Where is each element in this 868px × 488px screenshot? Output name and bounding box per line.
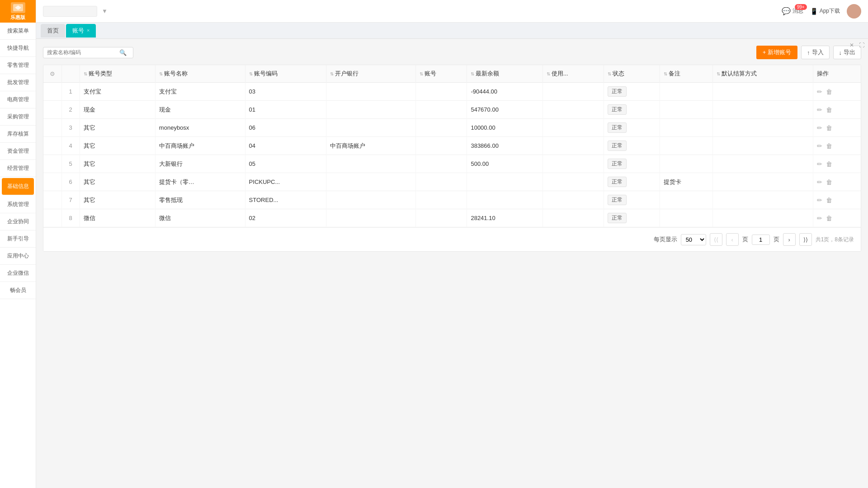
cell-settlement-3: [713, 137, 813, 155]
sidebar-item-app-center[interactable]: 应用中心: [0, 248, 36, 265]
import-button[interactable]: ↑ 导入: [801, 46, 830, 59]
cell-type-7: 微信: [80, 209, 155, 227]
delete-icon-5[interactable]: 🗑: [826, 178, 832, 186]
sort-arrows-remark: ⇅: [664, 71, 667, 76]
page-input[interactable]: [752, 235, 770, 245]
sidebar-item-wholesale-mgmt[interactable]: 批发管理: [0, 74, 36, 91]
sidebar-item-enterprise-wechat[interactable]: 企业微信: [0, 265, 36, 282]
col-header-name[interactable]: ⇅账号名称: [155, 65, 245, 83]
sidebar-item-member[interactable]: 畅会员: [0, 282, 36, 299]
action-icons-0: ✏ 🗑: [817, 88, 857, 95]
search-input[interactable]: [47, 49, 119, 56]
sidebar-item-basic-info[interactable]: 基础信息: [2, 178, 34, 195]
col-header-usage[interactable]: ⇅使用...: [542, 65, 604, 83]
message-badge: 99+: [795, 4, 807, 10]
cell-action-6: ✏ 🗑: [813, 191, 861, 209]
last-page-button[interactable]: ⟩⟩: [799, 233, 812, 246]
sidebar-item-ecommerce-mgmt[interactable]: 电商管理: [0, 91, 36, 108]
topbar-right: 💬 消息 99+ 📱 App下载: [782, 4, 861, 19]
topbar-search-input[interactable]: [43, 6, 97, 17]
sidebar-item-biz-protocol[interactable]: 企业协同: [0, 213, 36, 230]
col-header-remark[interactable]: ⇅备注: [660, 65, 712, 83]
col-header-status[interactable]: ⇅状态: [604, 65, 660, 83]
sort-arrows-settlement: ⇅: [717, 71, 720, 76]
table-row: 1支付宝支付宝03-90444.00正常 ✏ 🗑: [43, 83, 861, 101]
cell-action-7: ✏ 🗑: [813, 209, 861, 227]
add-account-button[interactable]: + 新增账号: [756, 46, 797, 59]
col-header-code[interactable]: ⇅账号编码: [245, 65, 326, 83]
action-icons-2: ✏ 🗑: [817, 124, 857, 131]
tab-close-icon[interactable]: ×: [87, 28, 90, 33]
cell-balance-3: 383866.00: [467, 137, 542, 155]
table-toolbar: 🔍 + 新增账号 ↑ 导入 ↓ 导出: [43, 46, 861, 59]
cell-account-7: [416, 209, 467, 227]
cell-balance-4: 500.00: [467, 155, 542, 173]
sidebar-item-inventory-calc[interactable]: 库存核算: [0, 126, 36, 143]
cell-account-4: [416, 155, 467, 173]
cell-bank-4: [326, 155, 416, 173]
delete-icon-1[interactable]: 🗑: [826, 106, 832, 113]
delete-icon-4[interactable]: 🗑: [826, 160, 832, 168]
delete-icon-2[interactable]: 🗑: [826, 124, 832, 131]
page-size-select[interactable]: 50 100 200: [681, 234, 706, 245]
cell-code-4: 05: [245, 155, 326, 173]
delete-icon-3[interactable]: 🗑: [826, 142, 832, 150]
col-header-type[interactable]: ⇅账号类型: [80, 65, 155, 83]
user-avatar[interactable]: [847, 4, 861, 19]
cell-status-5: 正常: [604, 173, 660, 191]
next-page-button[interactable]: ›: [783, 233, 796, 246]
app-logo: 乐惠版: [0, 0, 36, 23]
window-close-button[interactable]: ✕: [847, 41, 856, 50]
edit-icon-1[interactable]: ✏: [817, 106, 822, 113]
col-header-account[interactable]: ⇅账号: [416, 65, 467, 83]
cell-usage-5: [542, 173, 604, 191]
message-button[interactable]: 💬 消息 99+: [782, 7, 803, 15]
edit-icon-0[interactable]: ✏: [817, 88, 822, 95]
cell-name-1: 现金: [155, 101, 245, 119]
sidebar-item-purchase-mgmt[interactable]: 采购管理: [0, 108, 36, 126]
sidebar-item-sys-mgmt[interactable]: 系统管理: [0, 196, 36, 213]
cell-action-3: ✏ 🗑: [813, 137, 861, 155]
tab-account[interactable]: 账号 ×: [66, 24, 96, 38]
window-maximize-button[interactable]: ⛶: [857, 41, 866, 50]
topbar-dropdown-icon[interactable]: ▼: [102, 8, 108, 14]
status-badge-2: 正常: [608, 122, 627, 133]
prev-page-button[interactable]: ‹: [726, 233, 739, 246]
delete-icon-6[interactable]: 🗑: [826, 197, 832, 204]
app-sub-title: 乐惠版: [10, 14, 25, 21]
sidebar-item-quick-nav[interactable]: 快捷导航: [0, 40, 36, 57]
cell-type-3: 其它: [80, 137, 155, 155]
sidebar-item-retail-mgmt[interactable]: 零售管理: [0, 57, 36, 74]
cell-usage-2: [542, 119, 604, 137]
delete-icon-7[interactable]: 🗑: [826, 215, 832, 222]
tab-home[interactable]: 首页: [41, 24, 65, 38]
sidebar-item-beginner-guide[interactable]: 新手引导: [0, 230, 36, 248]
edit-icon-6[interactable]: ✏: [817, 197, 822, 204]
col-header-bank[interactable]: ⇅开户银行: [326, 65, 416, 83]
sidebar-item-ops-mgmt[interactable]: 经营管理: [0, 160, 36, 177]
export-icon: ↓: [839, 49, 842, 56]
search-icon[interactable]: 🔍: [119, 49, 127, 56]
sidebar-item-search-menu[interactable]: 搜索菜单: [0, 23, 36, 40]
first-page-button[interactable]: ⟨⟨: [710, 233, 722, 246]
col-header-settlement[interactable]: ⇅默认结算方式: [713, 65, 813, 83]
edit-icon-2[interactable]: ✏: [817, 124, 822, 131]
delete-icon-0[interactable]: 🗑: [826, 88, 832, 95]
cell-name-6: 零售抵现: [155, 191, 245, 209]
edit-icon-5[interactable]: ✏: [817, 178, 822, 186]
cell-code-7: 02: [245, 209, 326, 227]
col-header-balance[interactable]: ⇅最新余额: [467, 65, 542, 83]
cell-remark-1: [660, 101, 712, 119]
cell-usage-4: [542, 155, 604, 173]
app-download-button[interactable]: 📱 App下载: [810, 7, 840, 15]
edit-icon-7[interactable]: ✏: [817, 215, 822, 222]
cell-bank-1: [326, 101, 416, 119]
cell-balance-6: [467, 191, 542, 209]
sort-arrows-account: ⇅: [420, 71, 423, 76]
gear-icon[interactable]: ⚙: [50, 70, 55, 77]
sidebar-item-capital-mgmt[interactable]: 资金管理: [0, 143, 36, 160]
cell-type-5: 其它: [80, 173, 155, 191]
edit-icon-3[interactable]: ✏: [817, 142, 822, 150]
edit-icon-4[interactable]: ✏: [817, 160, 822, 168]
cell-settlement-6: [713, 191, 813, 209]
